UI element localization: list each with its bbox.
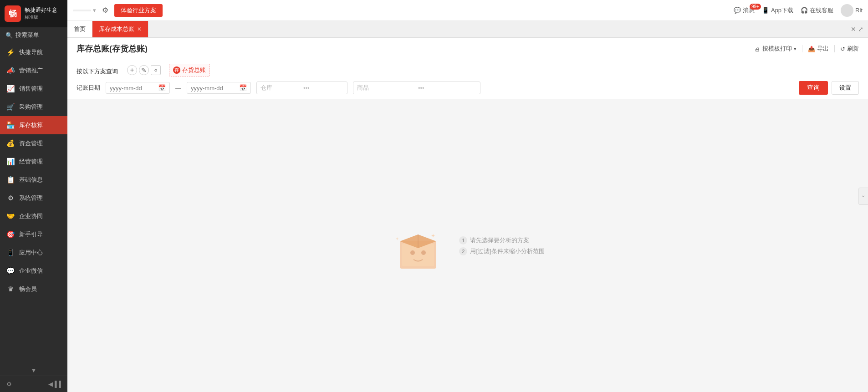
date-end-input[interactable]: 📅 xyxy=(187,82,251,94)
date-field-label: 记账日期 xyxy=(77,84,100,92)
product-select[interactable]: 商品 ••• xyxy=(353,81,480,94)
scheme-item[interactable]: 存 存货总账 xyxy=(169,64,210,76)
nav-label: 经营管理 xyxy=(19,158,43,166)
sidebar-item-system[interactable]: ⚙ 系统管理 xyxy=(0,189,67,207)
quick-nav-icon: ⚡ xyxy=(6,48,15,56)
sidebar-item-finance[interactable]: 💰 资金管理 xyxy=(0,134,67,153)
sidebar-item-quick-nav[interactable]: ⚡ 快捷导航 xyxy=(0,43,67,61)
svg-point-4 xyxy=(410,250,415,255)
step2-num: 2 xyxy=(459,247,467,255)
right-panel-expand-btn[interactable]: › xyxy=(858,188,868,205)
sidebar-item-app-center[interactable]: 📱 应用中心 xyxy=(0,244,67,262)
sidebar-item-operation[interactable]: 📊 经营管理 xyxy=(0,153,67,171)
message-button[interactable]: 💬 消息 99+ xyxy=(734,6,755,15)
warehouse-select[interactable]: 仓库 ••• xyxy=(256,81,347,94)
user-name: Rit xyxy=(855,7,863,14)
main-content: ▾ ⚙ 体验行业方案 💬 消息 99+ 📱 App下载 🎧 在线客服 Rit xyxy=(67,0,868,392)
date-end-field[interactable] xyxy=(191,85,236,92)
user-menu[interactable]: Rit xyxy=(841,4,863,17)
divider1 xyxy=(802,45,802,52)
filter-add-button[interactable]: ＋ xyxy=(127,65,137,75)
warehouse-more-icon: ••• xyxy=(303,85,343,92)
sidebar-item-cooperation[interactable]: 🤝 企业协同 xyxy=(0,207,67,225)
print-icon: 🖨 xyxy=(755,46,761,52)
app-download-icon: 📱 xyxy=(762,7,769,14)
nav-label: 销售管理 xyxy=(19,85,43,93)
calendar-start-icon[interactable]: 📅 xyxy=(158,84,166,92)
right-panel-toggle: › xyxy=(858,188,868,205)
sidebar-item-inventory[interactable]: 🏪 库存核算 xyxy=(0,116,67,134)
nav-label: 基础信息 xyxy=(19,176,43,184)
breadcrumb-text xyxy=(73,10,91,11)
nav-label: 营销推广 xyxy=(19,66,43,75)
sidebar-item-basic[interactable]: 📋 基础信息 xyxy=(0,171,67,189)
scheme-label: 存货总账 xyxy=(182,66,206,74)
page-title: 库存总账(存货总账) xyxy=(77,43,148,54)
empty-illustration: ✦ ✦ xyxy=(391,219,445,273)
search-label: 搜索菜单 xyxy=(15,31,39,39)
sidebar-item-guide[interactable]: 🎯 新手引导 xyxy=(0,225,67,244)
app-version: 标准版 xyxy=(25,14,57,20)
divider2 xyxy=(834,45,835,52)
filter-controls-row: 记账日期 📅 — 📅 仓库 ••• 商品 ••• xyxy=(67,79,868,99)
topbar-nav-area: ▾ ⚙ 体验行业方案 xyxy=(73,4,730,17)
topbar-gear-icon[interactable]: ⚙ xyxy=(99,4,112,17)
finance-icon: 💰 xyxy=(6,139,15,148)
industry-solution-button[interactable]: 体验行业方案 xyxy=(114,4,163,17)
hint1-text: 请先选择要分析的方案 xyxy=(470,236,529,244)
tab-home-label: 首页 xyxy=(74,25,86,33)
tab-inventory-cost[interactable]: 库存成本总账 ✕ xyxy=(92,21,148,37)
app-download-button[interactable]: 📱 App下载 xyxy=(762,6,793,15)
nav-label: 库存核算 xyxy=(19,121,43,129)
settings-footer-icon[interactable]: ⚙ xyxy=(6,381,12,387)
online-service-button[interactable]: 🎧 在线客服 xyxy=(801,6,833,15)
svg-text:✦: ✦ xyxy=(395,236,399,241)
filter-collapse-button[interactable]: « xyxy=(151,65,161,75)
volume-icon[interactable]: ◀▐▐ xyxy=(48,381,61,387)
nav-label: 新手引导 xyxy=(19,230,43,239)
settings-button[interactable]: 设置 xyxy=(832,81,859,95)
filter-label: 按以下方案查询 xyxy=(77,65,118,76)
member-icon: ♛ xyxy=(6,285,15,293)
app-name: 畅捷通好生意 xyxy=(25,7,57,14)
sales-icon: 📈 xyxy=(6,85,15,93)
query-button[interactable]: 查询 xyxy=(799,81,828,95)
breadcrumb-arrow-icon: ▾ xyxy=(93,7,96,14)
product-placeholder: 商品 xyxy=(357,84,415,92)
tab-panel-expand-icon[interactable]: ⤢ xyxy=(858,25,863,33)
inventory-icon: 🏪 xyxy=(6,121,15,129)
empty-state: ✦ ✦ 1 请先选择要分析的方案 2 用[过滤]条件来缩小分析范围 xyxy=(67,99,868,392)
message-icon: 💬 xyxy=(734,7,741,14)
sidebar-item-marketing[interactable]: 📣 营销推广 xyxy=(0,61,67,80)
search-icon: 🔍 xyxy=(5,32,13,39)
marketing-icon: 📣 xyxy=(6,66,15,75)
tab-panel-close-icon[interactable]: ✕ xyxy=(851,25,856,33)
service-label: 在线客服 xyxy=(810,6,833,15)
sidebar-item-purchase[interactable]: 🛒 采购管理 xyxy=(0,98,67,116)
date-start-field[interactable] xyxy=(110,85,155,92)
tab-close-icon[interactable]: ✕ xyxy=(137,26,142,32)
breadcrumb: ▾ xyxy=(73,7,96,14)
calendar-end-icon[interactable]: 📅 xyxy=(239,84,247,92)
refresh-button[interactable]: ↺ 刷新 xyxy=(840,45,859,53)
sidebar-nav: ⚡ 快捷导航 📣 营销推广 📈 销售管理 🛒 采购管理 🏪 库存核算 💰 资金管… xyxy=(0,43,67,365)
sidebar-scroll-down[interactable]: ▼ xyxy=(0,365,67,376)
filter-edit-button[interactable]: ✎ xyxy=(139,65,149,75)
export-button[interactable]: 📤 导出 xyxy=(808,45,829,53)
user-avatar xyxy=(841,4,853,17)
sidebar-item-sales[interactable]: 📈 销售管理 xyxy=(0,80,67,98)
sidebar: 畅 畅捷通好生意 标准版 🔍 搜索菜单 ⚡ 快捷导航 📣 营销推广 📈 销售管理… xyxy=(0,0,67,392)
sidebar-search[interactable]: 🔍 搜索菜单 xyxy=(0,27,67,43)
basic-icon: 📋 xyxy=(6,176,15,184)
date-start-input[interactable]: 📅 xyxy=(106,82,170,94)
export-label: 导出 xyxy=(817,45,829,53)
nav-label: 企业微信 xyxy=(19,267,43,275)
print-button[interactable]: 🖨 按模板打印 ▾ xyxy=(755,45,797,53)
date-separator: — xyxy=(175,85,181,92)
tab-home[interactable]: 首页 xyxy=(67,21,92,37)
sidebar-item-wechat[interactable]: 💬 企业微信 xyxy=(0,262,67,280)
logo-icon: 畅 xyxy=(5,5,21,22)
tab-inventory-cost-label: 库存成本总账 xyxy=(99,25,134,33)
sidebar-item-member[interactable]: ♛ 畅会员 xyxy=(0,280,67,298)
system-icon: ⚙ xyxy=(6,194,15,202)
